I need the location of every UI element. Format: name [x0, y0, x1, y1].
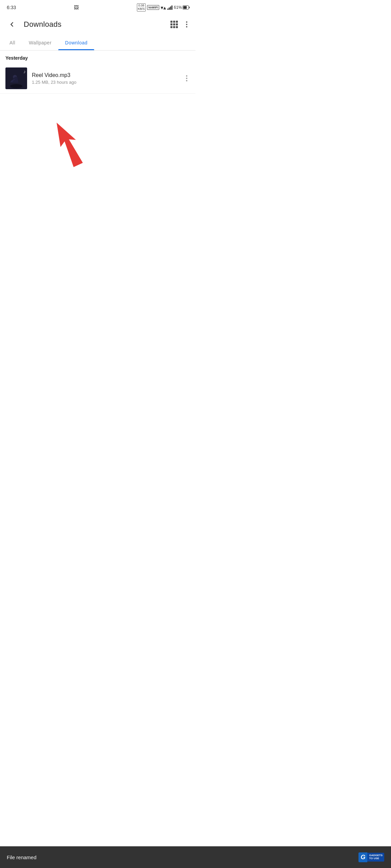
network-speed: 0.08 KB/S — [137, 3, 146, 12]
header-actions — [168, 18, 190, 31]
page-title: Downloads — [24, 20, 62, 29]
file-more-button[interactable] — [183, 73, 190, 84]
status-time: 6:33 — [7, 5, 16, 10]
music-note-icon: ♪ — [23, 69, 26, 74]
vowifi-indicator: VoWiFi — [147, 5, 159, 10]
wifi-icon: ▾▴ — [161, 4, 166, 11]
file-info: Reel Video.mp3 1.25 MB, 23 hours ago — [32, 72, 179, 85]
more-icon — [186, 21, 187, 27]
empty-area — [0, 94, 196, 297]
tabs-container: All Wallpaper Download — [0, 35, 196, 51]
screenshot-icon: 🖼 — [74, 5, 79, 10]
status-bar: 6:33 🖼 0.08 KB/S VoWiFi ▾▴ 61% — [0, 0, 196, 14]
svg-point-1 — [10, 84, 22, 88]
more-options-button[interactable] — [183, 19, 190, 30]
grid-view-button[interactable] — [168, 18, 181, 31]
app-header: Downloads — [0, 14, 196, 35]
file-thumbnail: ♪ — [5, 67, 27, 89]
back-button[interactable] — [5, 18, 18, 31]
tab-wallpaper[interactable]: Wallpaper — [22, 35, 58, 50]
battery-indicator: 61% — [174, 5, 189, 10]
header-left: Downloads — [5, 18, 62, 31]
status-icons: 0.08 KB/S VoWiFi ▾▴ 61% — [137, 3, 189, 12]
section-header-yesterday: Yesterday — [0, 51, 196, 63]
file-meta: 1.25 MB, 23 hours ago — [32, 80, 179, 85]
tab-all[interactable]: All — [3, 35, 22, 50]
file-name: Reel Video.mp3 — [32, 72, 179, 78]
battery-icon — [183, 5, 189, 9]
signal-strength-icon — [167, 5, 172, 10]
tab-download[interactable]: Download — [58, 35, 94, 50]
file-item[interactable]: ♪ Reel Video.mp3 1.25 MB, 23 hours ago — [0, 63, 196, 94]
grid-icon — [170, 21, 178, 28]
